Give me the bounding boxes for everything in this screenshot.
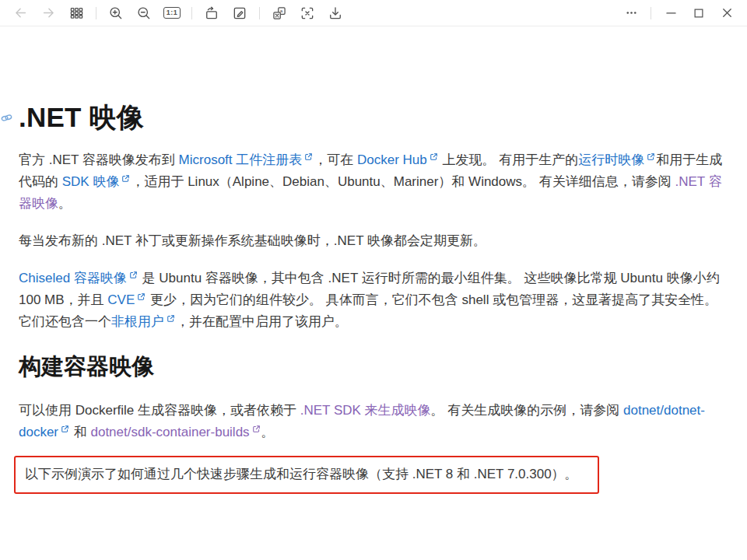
close-icon bbox=[720, 5, 735, 20]
text-run: 官方 .NET 容器映像发布到 bbox=[19, 152, 179, 167]
doc-link[interactable]: CVE bbox=[107, 292, 146, 307]
paragraph-chiseled: Chiseled 容器映像 是 Ubuntu 容器映像，其中包含 .NET 运行… bbox=[19, 268, 728, 333]
zoom-out-icon bbox=[136, 5, 152, 21]
extract-text-icon bbox=[300, 5, 315, 21]
more-options-button[interactable] bbox=[619, 2, 643, 24]
external-link-icon bbox=[129, 271, 138, 279]
external-link-icon bbox=[252, 425, 261, 433]
text-run: 可以使用 Dockerfile 生成容器映像，或者依赖于 bbox=[19, 403, 300, 418]
zoom-out-button[interactable] bbox=[132, 2, 156, 24]
doc-link[interactable]: Chiseled 容器映像 bbox=[19, 271, 139, 285]
external-link-icon bbox=[430, 152, 438, 161]
doc-link[interactable]: 非根用户 bbox=[111, 314, 176, 329]
rotate-button[interactable] bbox=[200, 2, 223, 24]
toolbar-separator bbox=[191, 7, 192, 19]
minimize-button[interactable] bbox=[659, 2, 682, 24]
edit-button[interactable] bbox=[228, 2, 251, 24]
toolbar-separator bbox=[651, 7, 651, 19]
close-button[interactable] bbox=[715, 2, 738, 24]
toolbar: 1:1 a bbox=[0, 0, 747, 26]
paragraph-updates: 每当发布新的 .NET 补丁或更新操作系统基础映像时，.NET 映像都会定期更新… bbox=[19, 230, 728, 252]
translate-icon: a bbox=[272, 5, 287, 21]
text-run: 。 bbox=[261, 425, 275, 439]
forward-button[interactable] bbox=[37, 2, 60, 24]
actual-size-icon: 1:1 bbox=[163, 7, 181, 19]
doc-link[interactable]: 运行时映像 bbox=[578, 152, 656, 167]
minimize-icon bbox=[664, 5, 679, 20]
external-link-icon bbox=[647, 152, 655, 161]
page-title: .NET 映像 bbox=[19, 103, 728, 132]
visited-link[interactable]: .NET SDK 来生成映像 bbox=[300, 403, 431, 418]
back-button[interactable] bbox=[9, 2, 32, 24]
image-viewer-window: 1:1 a bbox=[0, 0, 747, 494]
toolbar-separator bbox=[96, 7, 96, 19]
external-link-icon bbox=[61, 425, 69, 433]
visited-link[interactable]: dotnet/sdk-container-builds bbox=[90, 425, 261, 439]
translate-button[interactable]: a bbox=[268, 2, 291, 24]
zoom-in-icon bbox=[108, 5, 124, 21]
thumbnails-grid-icon bbox=[69, 5, 84, 20]
forward-icon bbox=[41, 5, 56, 20]
extract-text-button[interactable] bbox=[296, 2, 319, 24]
back-icon bbox=[13, 5, 28, 20]
text-run: 。 bbox=[58, 196, 72, 211]
rotate-icon bbox=[204, 5, 219, 21]
maximize-button[interactable] bbox=[687, 2, 710, 24]
text-run: ，适用于 Linux（Alpine、Debian、Ubuntu、Mariner）… bbox=[131, 174, 675, 189]
zoom-in-button[interactable] bbox=[104, 2, 128, 24]
title-row: .NET 映像 bbox=[19, 103, 728, 132]
highlight-box: 以下示例演示了如何通过几个快速步骤生成和运行容器映像（支持 .NET 8 和 .… bbox=[14, 456, 599, 494]
text-run: ，可在 bbox=[314, 152, 357, 167]
paragraph-build: 可以使用 Dockerfile 生成容器映像，或者依赖于 .NET SDK 来生… bbox=[19, 400, 728, 443]
doc-link[interactable]: Microsoft 工件注册表 bbox=[179, 152, 314, 167]
maximize-icon bbox=[692, 6, 706, 20]
more-options-icon bbox=[624, 5, 639, 20]
highlight-text: 以下示例演示了如何通过几个快速步骤生成和运行容器映像（支持 .NET 8 和 .… bbox=[25, 467, 578, 481]
edit-icon bbox=[232, 5, 247, 21]
toolbar-separator bbox=[259, 7, 260, 19]
paragraph-intro: 官方 .NET 容器映像发布到 Microsoft 工件注册表，可在 Docke… bbox=[19, 149, 728, 215]
save-image-button[interactable] bbox=[324, 2, 347, 24]
text-run: ，并在配置中启用了该用户。 bbox=[176, 314, 348, 329]
external-link-icon bbox=[167, 314, 175, 323]
actual-size-button[interactable]: 1:1 bbox=[160, 2, 184, 24]
external-link-icon bbox=[304, 152, 313, 161]
doc-link[interactable]: Docker Hub bbox=[357, 152, 439, 167]
anchor-link-icon[interactable] bbox=[0, 111, 13, 124]
text-run: 和 bbox=[70, 425, 90, 439]
section-title: 构建容器映像 bbox=[19, 353, 728, 380]
document-view: .NET 映像 官方 .NET 容器映像发布到 Microsoft 工件注册表，… bbox=[0, 26, 747, 494]
text-run: 。 有关生成映像的示例，请参阅 bbox=[431, 403, 623, 418]
text-run: 上发现。 有用于生产的 bbox=[439, 152, 578, 167]
external-link-icon bbox=[121, 174, 130, 183]
doc-link[interactable]: SDK 映像 bbox=[62, 174, 132, 189]
thumbnails-button[interactable] bbox=[65, 2, 88, 24]
external-link-icon bbox=[137, 292, 146, 301]
save-download-icon bbox=[328, 5, 343, 21]
